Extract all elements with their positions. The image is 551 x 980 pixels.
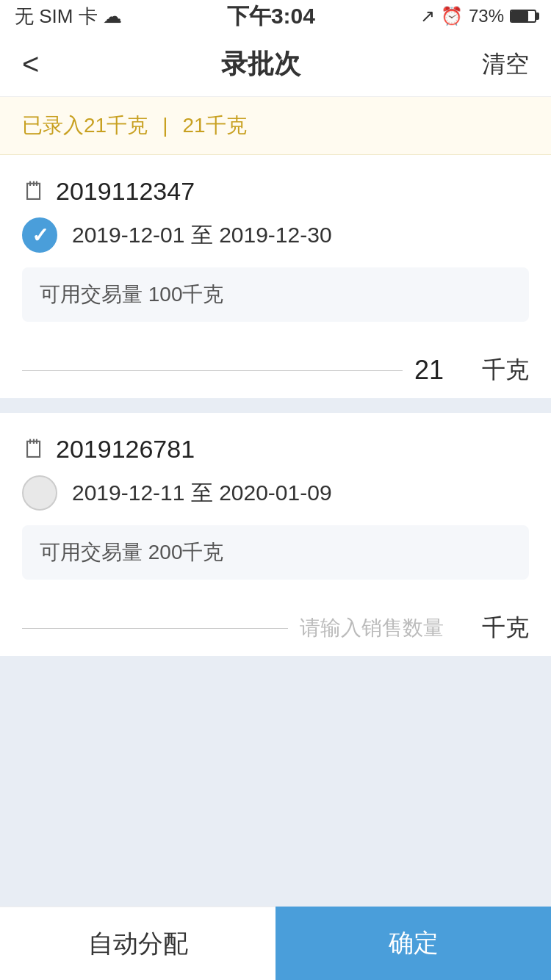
batch1-quantity-value: 21 (414, 355, 444, 386)
back-button[interactable]: < (22, 48, 39, 81)
summary-recorded-label: 已录入21千克 (22, 112, 148, 140)
batch2-icon: 🗒 (22, 435, 47, 464)
batch1-checkbox[interactable] (22, 217, 57, 253)
confirm-button[interactable]: 确定 (276, 907, 551, 980)
batch2-checkbox[interactable] (22, 475, 57, 511)
batch2-input-row: 请输入销售数量 千克 (0, 594, 551, 656)
batch1-icon: 🗒 (22, 177, 47, 206)
batch-card-2: 🗒 2019126781 2019-12-11 至 2020-01-09 可用交… (0, 413, 551, 656)
summary-banner: 已录入21千克 | 21千克 (0, 97, 551, 155)
batch1-id: 2019112347 (56, 177, 195, 206)
batch2-date-range: 2019-12-11 至 2020-01-09 (72, 478, 332, 508)
location-icon: ↗ (420, 6, 435, 26)
batch1-quantity-unit: 千克 (482, 354, 529, 386)
status-left: 无 SIM 卡 ☁ (15, 4, 122, 29)
clear-button[interactable]: 清空 (482, 48, 529, 81)
page-title: 录批次 (221, 46, 300, 82)
batch2-available: 可用交易量 200千克 (22, 525, 529, 580)
nav-bar: < 录批次 清空 (0, 32, 551, 97)
battery-icon (510, 10, 536, 23)
batch1-available: 可用交易量 100千克 (22, 267, 529, 322)
batch1-quantity-row: 21 千克 (0, 336, 551, 398)
auto-distribute-button[interactable]: 自动分配 (0, 907, 276, 980)
bottom-bar: 自动分配 确定 (0, 907, 551, 980)
alarm-icon: ⏰ (441, 6, 463, 26)
status-right: ↗ ⏰ 73% (420, 6, 536, 26)
status-bar: 无 SIM 卡 ☁ 下午3:04 ↗ ⏰ 73% (0, 0, 551, 32)
batch2-input-unit: 千克 (482, 612, 529, 644)
summary-divider: | (162, 114, 168, 137)
batch-card-1: 🗒 2019112347 2019-12-01 至 2019-12-30 可用交… (0, 155, 551, 398)
batch2-input-placeholder: 请输入销售数量 (300, 614, 444, 642)
battery-percent: 73% (469, 6, 504, 26)
summary-amount-label: 21千克 (182, 112, 246, 140)
batch1-date-range: 2019-12-01 至 2019-12-30 (72, 220, 332, 251)
no-sim-label: 无 SIM 卡 ☁ (15, 4, 122, 29)
section-divider (0, 398, 551, 413)
status-time: 下午3:04 (227, 1, 315, 32)
batch2-id: 2019126781 (56, 435, 195, 464)
